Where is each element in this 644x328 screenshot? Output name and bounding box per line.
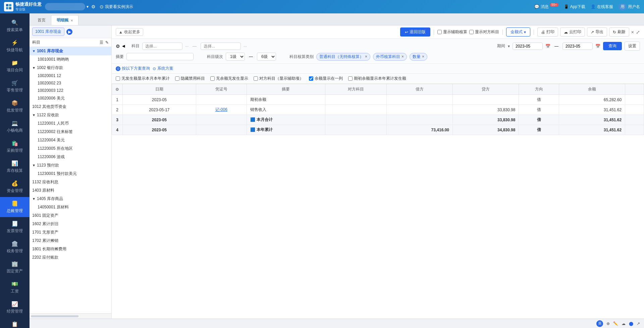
no-zero-checkbox[interactable] xyxy=(210,76,215,81)
sidebar-item-ecommerce[interactable]: 💻 小畅电商 xyxy=(0,117,30,137)
print-btn[interactable]: 🖨 打印 xyxy=(537,27,558,37)
sidebar-item-search[interactable]: 🔍 搜索菜单 xyxy=(0,16,30,36)
tree-item-11220001[interactable]: 11220001 人民币 xyxy=(35,119,111,128)
sidebar-item-salary[interactable]: 💵 工资 xyxy=(0,277,30,298)
tree-item-11220004[interactable]: 11220004 美元 xyxy=(35,136,111,144)
query-btn[interactable]: 查询 xyxy=(603,42,622,50)
message-btn[interactable]: 💬 消息 99+ xyxy=(534,4,558,10)
sidebar-item-project[interactable]: 📁 项目合同 xyxy=(0,56,30,76)
online-service-btn[interactable]: 👤 在线客服 xyxy=(591,4,613,10)
sidebar-item-operations[interactable]: 📈 经营管理 xyxy=(0,298,30,318)
sidebar-item-purchase[interactable]: 🛍️ 采购管理 xyxy=(0,137,30,157)
refresh-btn[interactable]: ↻ 刷新 xyxy=(609,27,629,37)
tree-item-1702[interactable]: 1702 累计摊销 xyxy=(30,237,111,245)
user-avatar[interactable]: 用 用户名 xyxy=(619,3,640,10)
subject-filter-input[interactable] xyxy=(142,43,182,50)
tree-item-1132[interactable]: 1132 应收利息 xyxy=(30,178,111,186)
tree-item-1002[interactable]: ▼ 1002 银行存款 xyxy=(30,64,111,72)
top-search-input[interactable] xyxy=(45,3,85,10)
voucher-link[interactable]: 记-006 xyxy=(215,107,227,112)
tree-item-1405[interactable]: ▼ 1405 库存商品 xyxy=(30,195,111,203)
tree-item-1001[interactable]: ▼ 1001 库存现金 xyxy=(30,47,111,55)
balance-one-col-checkbox[interactable] xyxy=(309,76,313,81)
subject-filter-input2[interactable] xyxy=(201,43,241,50)
tree-item-10020003[interactable]: 10020003 122 xyxy=(35,87,111,94)
account-badge[interactable]: 1001 库存现金 xyxy=(32,27,64,36)
show-contra-checkbox[interactable] xyxy=(469,30,474,34)
tree-item-1123[interactable]: ▼ 1123 预付款 xyxy=(30,161,111,170)
tree-item-11220005[interactable]: 11220005 所在地区 xyxy=(35,144,111,153)
collapse-btn[interactable]: ▲ 收起更多 xyxy=(116,28,143,36)
status-add-btn[interactable]: ⊕ xyxy=(606,321,610,326)
list-view-icon[interactable]: ☰ xyxy=(100,40,103,45)
show-ytd-checkbox[interactable] xyxy=(348,76,353,81)
tree-item-1122[interactable]: ▼ 1122 应收款 xyxy=(30,111,111,119)
balance-one-col-label[interactable]: 余额显示在一列 xyxy=(309,76,343,81)
tree-item-11220002[interactable]: 11220002 往来标签 xyxy=(35,128,111,136)
search-chevron-icon[interactable]: ▾ xyxy=(87,4,89,9)
no-zero-label[interactable]: 无余额无发生显示 xyxy=(210,76,248,81)
panel-maximize-btn[interactable]: ⤢ xyxy=(636,29,640,35)
period-calendar-icon1[interactable]: 📅 xyxy=(545,44,550,49)
status-lang-btn[interactable]: 英 xyxy=(596,320,603,327)
status-edit-btn[interactable]: ✏️ xyxy=(613,321,618,326)
sidebar-item-inventory[interactable]: 📊 库存核算 xyxy=(0,157,30,177)
app-download-btn[interactable]: 📱 App下载 xyxy=(564,4,585,10)
period-start-input[interactable] xyxy=(513,43,543,50)
sidebar-item-capital[interactable]: 💰 资金管理 xyxy=(0,177,30,197)
tree-item-10020001[interactable]: 10020001 12 xyxy=(35,72,111,79)
sidebar-item-tax[interactable]: 🏛️ 税务管理 xyxy=(0,237,30,257)
period-calendar-icon2[interactable]: 📅 xyxy=(595,44,600,49)
settings-gear-icon[interactable]: ⚙ xyxy=(91,4,96,9)
tree-item-11220006[interactable]: 11220006 游戏 xyxy=(35,153,111,161)
sidebar-item-retail[interactable]: 🛒 零售管理 xyxy=(0,76,30,96)
show-contra-checkbox-label[interactable]: 显示对方科目 xyxy=(469,29,499,35)
system-scheme-item[interactable]: ⊙ 系统方案 xyxy=(153,66,173,71)
status-cloud-btn[interactable]: ☁ xyxy=(622,321,626,326)
no-balance-label[interactable]: 无发生额显示本月本年累计 xyxy=(116,76,170,81)
tab-home[interactable]: 首页 xyxy=(32,15,51,25)
demo-link[interactable]: ⊙ 我要看实例演示 xyxy=(100,4,133,10)
tree-view-icon[interactable]: ✎ xyxy=(105,40,109,45)
panel-close-btn[interactable]: × xyxy=(631,29,634,35)
level-start-select[interactable]: 1级 xyxy=(226,53,245,61)
tree-item-10020006[interactable]: 10020006 美元 xyxy=(35,94,111,103)
cloud-print-btn[interactable]: ☁ 云打印 xyxy=(560,27,585,37)
tree-scrollbar[interactable] xyxy=(30,313,111,319)
sidebar-item-sales[interactable]: 📋 小畅报销 xyxy=(0,318,30,328)
row2-voucher[interactable]: 记-006 xyxy=(196,105,247,115)
level-end-select[interactable]: 6级 xyxy=(257,53,276,61)
tree-item-1601[interactable]: 1601 固定资产 xyxy=(30,211,111,220)
sidebar-item-wholesale[interactable]: 📦 批发管理 xyxy=(0,96,30,117)
amount-format-btn[interactable]: 金额式 ▾ xyxy=(506,27,530,37)
setting-btn[interactable]: 设置 xyxy=(625,42,640,51)
show-aux-checkbox[interactable] xyxy=(437,30,442,34)
summary-input[interactable] xyxy=(126,53,194,60)
tree-item-14050001[interactable]: 14050001 原材料 xyxy=(35,203,111,211)
filter-settings-icon[interactable]: ⚙ xyxy=(116,44,120,49)
tree-item-11230001[interactable]: 11230001 预付款美元 xyxy=(35,170,111,178)
show-contra2-checkbox[interactable] xyxy=(254,76,258,81)
show-aux-checkbox-label[interactable]: 显示辅助核算 xyxy=(437,29,467,35)
tree-item-10020002[interactable]: 10020002 23 xyxy=(35,79,111,87)
period-end-input[interactable] xyxy=(562,43,593,50)
sidebar-item-assets[interactable]: 🏢 固定资产 xyxy=(0,257,30,277)
hide-disabled-label[interactable]: 隐藏禁用科目 xyxy=(175,76,205,81)
status-dot-btn[interactable]: ⬤ xyxy=(629,321,633,326)
tag-foreign-close[interactable]: × xyxy=(401,54,404,59)
tree-item-1403[interactable]: 1403 原材料 xyxy=(30,186,111,195)
filter-collapse-arrow[interactable]: ◀ xyxy=(122,44,125,48)
show-contra2-label[interactable]: 对方科目（显示辅助项） xyxy=(254,76,304,81)
hide-disabled-checkbox[interactable] xyxy=(175,76,179,81)
tree-item-1701[interactable]: 1701 无形资产 xyxy=(30,228,111,237)
tree-item-1012[interactable]: 1012 其他货币资金 xyxy=(30,103,111,111)
no-balance-checkbox[interactable] xyxy=(116,76,120,81)
tree-item-2202[interactable]: 2202 应付账款 xyxy=(30,253,111,262)
tree-item-1801[interactable]: 1801 长期待摊费用 xyxy=(30,245,111,253)
expand-btn[interactable]: ▶ xyxy=(66,29,72,35)
sidebar-item-quick[interactable]: ⚡ 快捷导航 xyxy=(0,36,30,56)
status-arrow-btn[interactable]: ↗ xyxy=(637,321,640,326)
tag-normal-close[interactable]: × xyxy=(365,54,367,59)
tab-close-icon[interactable]: × xyxy=(71,18,73,22)
sidebar-item-invoice[interactable]: 🧾 发票管理 xyxy=(0,217,30,237)
